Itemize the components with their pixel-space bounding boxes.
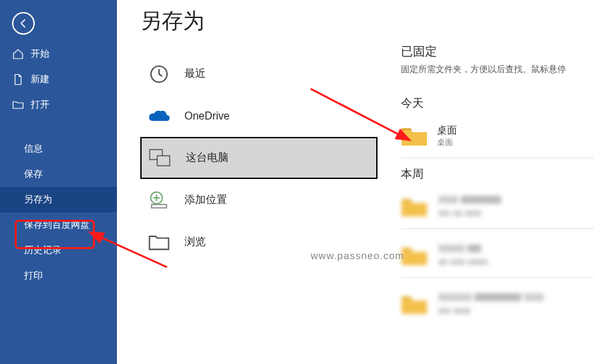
pinned-heading: 已固定 [401,43,594,59]
document-icon [12,73,24,85]
folder-item-blurred [401,286,594,323]
sidebar-item-info[interactable]: 信息 [0,136,117,162]
location-label: 这台电脑 [186,151,229,165]
sidebar-item-save[interactable]: 保存 [0,162,117,187]
svg-rect-2 [157,156,170,166]
folder-path: 桌面 [437,137,457,148]
folder-open-icon [12,99,24,111]
page-title: 另存为 [140,7,594,36]
location-this-pc[interactable]: 这台电脑 [140,137,378,179]
sidebar-item-save-as[interactable]: 另存为 [0,187,117,212]
sidebar-item-new[interactable]: 新建 [0,67,117,92]
folder-item-blurred [401,237,594,275]
svg-rect-4 [152,204,167,208]
folder-name: 桌面 [437,124,457,137]
location-label: 添加位置 [184,193,227,207]
arrow-left-icon [18,18,29,29]
sidebar-item-history[interactable]: 历史记录 [0,238,117,263]
sidebar-item-label: 信息 [24,143,43,155]
location-onedrive[interactable]: OneDrive [140,95,378,137]
add-place-icon [147,188,171,212]
folder-item-blurred [401,188,594,226]
sidebar-item-label: 打开 [31,99,49,111]
sidebar-item-label: 另存为 [24,194,52,206]
sidebar-item-save-baidu[interactable]: 保存到百度网盘 [0,212,117,238]
location-label: 最近 [184,67,206,81]
sidebar-item-home[interactable]: 开始 [0,41,117,67]
this-pc-icon [148,146,172,170]
watermark-text: www.passneo.com [311,250,404,261]
sidebar-item-label: 保存到百度网盘 [24,219,90,231]
divider [401,277,594,278]
onedrive-icon [147,104,171,128]
pinned-hint: 固定所需文件夹，方便以后查找。鼠标悬停 [401,63,594,75]
location-add-place[interactable]: 添加位置 [140,179,378,221]
divider [401,158,594,158]
sidebar-item-label: 保存 [24,168,43,180]
sidebar-item-label: 历史记录 [24,244,61,256]
folder-icon [401,126,428,147]
folder-item-desktop[interactable]: 桌面 桌面 [401,118,594,155]
sidebar-item-open[interactable]: 打开 [0,92,117,118]
location-label: OneDrive [184,110,230,122]
clock-icon [147,62,171,86]
group-this-week-heading: 本周 [401,166,594,182]
group-today-heading: 今天 [401,96,594,111]
folder-icon [147,230,171,254]
sidebar-item-print[interactable]: 打印 [0,263,117,289]
location-label: 浏览 [184,235,206,249]
home-icon [12,48,24,60]
sidebar-item-label: 打印 [24,270,43,282]
location-recent[interactable]: 最近 [140,53,378,95]
back-button[interactable] [12,12,35,35]
sidebar-item-label: 新建 [31,73,49,85]
sidebar-item-label: 开始 [31,48,49,60]
divider [401,228,594,229]
